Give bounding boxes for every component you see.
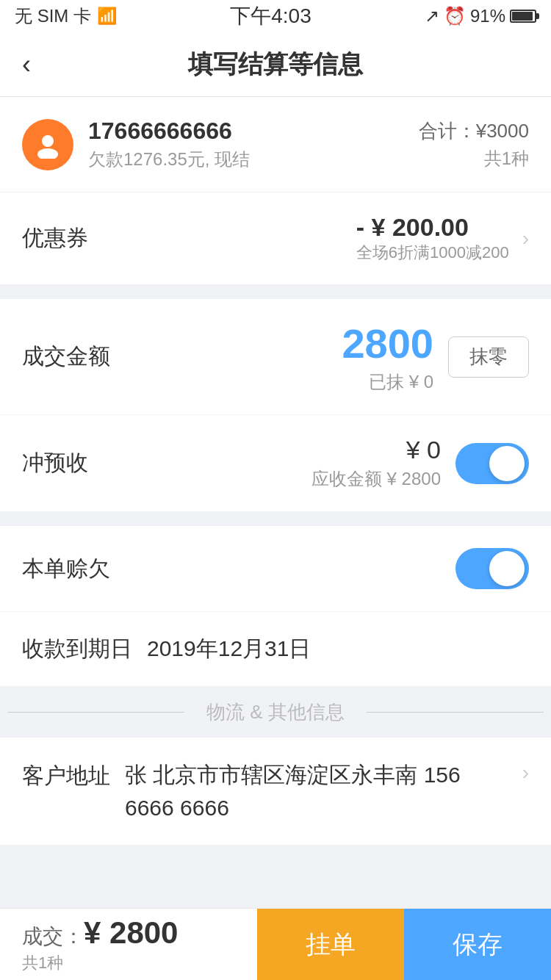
address-label: 客户地址 xyxy=(22,758,110,791)
status-right: ↗ ⏰ 91% xyxy=(425,6,536,26)
round-zero-button[interactable]: 抹零 xyxy=(448,336,529,378)
user-info: 17666666666 欠款1276.35元, 现结 xyxy=(88,118,250,171)
coupon-row[interactable]: 优惠券 - ¥ 200.00 全场6折满1000减200 › xyxy=(0,192,551,284)
logistics-text: 物流 & 其他信息 xyxy=(206,699,345,725)
precharge-row: 冲预收 ¥ 0 应收金额 ¥ 2800 xyxy=(0,415,551,511)
wifi-icon: 📶 xyxy=(97,7,117,26)
address-section: 客户地址 张 北京市市辖区海淀区永丰南 156 6666 6666 › xyxy=(0,738,551,845)
bottom-deal-amount: ¥ 2800 xyxy=(84,915,178,950)
deal-amount-row: 成交金额 2800 已抹 ¥ 0 抹零 xyxy=(0,299,551,415)
divider-line-left xyxy=(7,712,184,713)
deal-amount-block: 2800 已抹 ¥ 0 xyxy=(342,320,433,394)
deal-sub: 已抹 ¥ 0 xyxy=(342,370,433,394)
svg-point-0 xyxy=(42,135,54,147)
back-button[interactable]: ‹ xyxy=(22,49,31,80)
status-left: 无 SIM 卡 📶 xyxy=(15,4,117,28)
coupon-chevron: › xyxy=(522,227,529,251)
total-amount: 合计：¥3000 xyxy=(419,118,529,144)
alarm-icon: ⏰ xyxy=(444,6,466,26)
duedate-row: 收款到期日 2019年12月31日 xyxy=(0,611,551,686)
debt-toggle-knob xyxy=(489,551,525,586)
user-card: 17666666666 欠款1276.35元, 现结 合计：¥3000 共1种 xyxy=(0,97,551,192)
user-total: 合计：¥3000 共1种 xyxy=(419,118,529,170)
svg-point-1 xyxy=(37,148,58,159)
total-count: 共1种 xyxy=(419,147,529,170)
address-chevron: › xyxy=(522,761,529,785)
coupon-desc: 全场6折满1000减200 xyxy=(356,242,509,264)
deal-right: 2800 已抹 ¥ 0 抹零 xyxy=(342,320,529,394)
address-value: 张 北京市市辖区海淀区永丰南 156 6666 6666 xyxy=(125,758,515,824)
toggle-knob xyxy=(489,446,525,481)
coupon-right: - ¥ 200.00 全场6折满1000减200 › xyxy=(356,213,529,264)
content: 17666666666 欠款1276.35元, 现结 合计：¥3000 共1种 … xyxy=(0,97,551,980)
precharge-label: 冲预收 xyxy=(22,448,88,478)
page-title: 填写结算等信息 xyxy=(188,48,363,82)
coupon-discount: - ¥ 200.00 xyxy=(356,213,509,242)
battery-percent: 91% xyxy=(470,6,505,26)
bottom-deal-label: 成交： xyxy=(22,925,84,948)
avatar xyxy=(22,119,73,170)
pending-button[interactable]: 挂单 xyxy=(257,909,404,981)
divider-line-right xyxy=(367,712,544,713)
precharge-total: 应收金额 ¥ 2800 xyxy=(311,467,441,491)
deal-amount: 2800 xyxy=(342,320,433,367)
save-button[interactable]: 保存 xyxy=(404,909,551,981)
debt-row: 本单赊欠 xyxy=(0,526,551,611)
form-section: 成交金额 2800 已抹 ¥ 0 抹零 冲预收 ¥ 0 应收金额 ¥ 2800 xyxy=(0,299,551,511)
section-divider-1 xyxy=(0,284,551,299)
debt-toggle[interactable] xyxy=(455,548,529,589)
user-debt: 欠款1276.35元, 现结 xyxy=(88,148,250,171)
duedate-label: 收款到期日 xyxy=(22,634,132,664)
bottom-count: 共1种 xyxy=(22,952,235,974)
debt-label: 本单赊欠 xyxy=(22,554,110,584)
bottom-bar: 成交：¥ 2800 共1种 挂单 保存 xyxy=(0,908,551,980)
deal-label: 成交金额 xyxy=(22,342,110,372)
debt-section: 本单赊欠 收款到期日 2019年12月31日 xyxy=(0,526,551,686)
user-left: 17666666666 欠款1276.35元, 现结 xyxy=(22,118,250,171)
user-phone: 17666666666 xyxy=(88,118,250,145)
location-icon: ↗ xyxy=(425,6,439,26)
sim-label: 无 SIM 卡 xyxy=(15,4,91,28)
precharge-zero: ¥ 0 xyxy=(311,436,441,464)
coupon-label: 优惠券 xyxy=(22,223,88,253)
precharge-right: ¥ 0 应收金额 ¥ 2800 xyxy=(311,436,529,491)
nav-bar: ‹ 填写结算等信息 xyxy=(0,32,551,97)
status-time: 下午4:03 xyxy=(230,2,311,30)
logistics-divider: 物流 & 其他信息 xyxy=(0,686,551,738)
address-row[interactable]: 客户地址 张 北京市市辖区海淀区永丰南 156 6666 6666 › xyxy=(0,738,551,845)
battery-icon xyxy=(510,10,536,23)
duedate-value: 2019年12月31日 xyxy=(147,634,311,664)
precharge-amounts: ¥ 0 应收金额 ¥ 2800 xyxy=(311,436,441,491)
bottom-deal-line: 成交：¥ 2800 xyxy=(22,915,235,951)
section-divider-2 xyxy=(0,511,551,526)
status-bar: 无 SIM 卡 📶 下午4:03 ↗ ⏰ 91% xyxy=(0,0,551,32)
precharge-toggle[interactable] xyxy=(455,443,529,484)
bottom-summary: 成交：¥ 2800 共1种 xyxy=(0,915,257,974)
